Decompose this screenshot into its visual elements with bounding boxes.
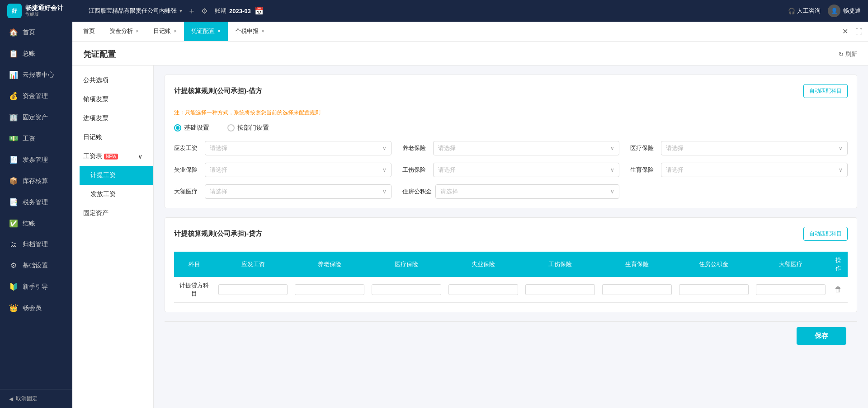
company-selector[interactable]: 江西服宝精品有限责任公司内账张 ▾ — [89, 7, 182, 15]
refresh-button[interactable]: ↻ 刷新 — [839, 50, 857, 58]
sidebar-item-ledger[interactable]: 📋 总账 — [0, 43, 72, 64]
select-maternity[interactable]: 请选择 ∨ — [661, 163, 848, 177]
period-value: 2023-03 — [229, 8, 251, 14]
tab-home-label: 首页 — [83, 27, 95, 35]
input-pension[interactable] — [295, 284, 364, 295]
input-housing[interactable] — [679, 284, 749, 295]
sidebar-item-home[interactable]: 🏠 首页 — [0, 22, 72, 43]
form-item-maternity: 生育保险 请选择 ∨ — [630, 163, 848, 177]
credit-auto-match-button[interactable]: 自动匹配科目 — [803, 227, 848, 241]
input-large-medical[interactable] — [756, 284, 826, 295]
nav-salary-table[interactable]: 工资表NEW ∨ — [72, 147, 153, 166]
input-medical[interactable] — [372, 284, 441, 295]
form-item-unemployment: 失业保险 请选择 ∨ — [174, 163, 392, 177]
sidebar-item-archive[interactable]: 🗂 归档管理 — [0, 234, 72, 255]
fixed-icon: 🏢 — [9, 113, 18, 122]
input-injury[interactable] — [525, 284, 595, 295]
close-tab-icon[interactable]: ✕ — [840, 25, 850, 38]
select-injury[interactable]: 请选择 ∨ — [433, 163, 620, 177]
nav-fixed-assets[interactable]: 固定资产 — [72, 204, 153, 223]
sidebar-item-salary[interactable]: 💵 工资 — [0, 128, 72, 149]
input-gross[interactable] — [218, 284, 288, 295]
credit-table-body: 计提贷方科目 🗑 — [174, 277, 848, 303]
select-medical-placeholder: 请选择 — [666, 144, 684, 152]
logo-area: 好 畅捷通好会计 旗舰版 — [7, 4, 80, 18]
sidebar-label-inventory: 库存核算 — [23, 177, 48, 185]
sidebar-item-inventory[interactable]: 📦 库存核算 — [0, 170, 72, 192]
avatar: 👤 — [828, 5, 840, 17]
sidebar-label-member: 畅会员 — [23, 304, 42, 312]
tab-voucher-close[interactable]: × — [217, 28, 221, 34]
nav-journal[interactable]: 日记账 — [72, 128, 153, 147]
main-layout: 🏠 首页 📋 总账 📊 云报表中心 💰 资金管理 🏢 固定资产 💵 工资 🧾 发… — [0, 22, 868, 408]
credit-section-title: 计提核算规则(公司承担)-贷方 — [174, 230, 262, 238]
tab-tax[interactable]: 个税申报 × — [228, 22, 272, 41]
th-action: 操作 — [829, 252, 848, 277]
tab-journal-close[interactable]: × — [174, 28, 177, 34]
select-gross-salary[interactable]: 请选择 ∨ — [205, 141, 392, 155]
sidebar-item-member[interactable]: 👑 畅会员 — [0, 297, 72, 319]
member-icon: 👑 — [9, 304, 18, 312]
tab-capital[interactable]: 资金分析 × — [102, 22, 146, 41]
nav-sales[interactable]: 销项发票 — [72, 90, 153, 109]
credit-table-head: 科目 应发工资 养老保险 医疗保险 失业保险 工伤保险 生育保险 住房公积金 大… — [174, 252, 848, 277]
th-gross: 应发工资 — [215, 252, 292, 277]
tab-journal[interactable]: 日记账 × — [146, 22, 184, 41]
tab-voucher[interactable]: 凭证配置 × — [184, 22, 228, 41]
sidebar-item-settings[interactable]: ⚙ 基础设置 — [0, 255, 72, 276]
select-unemployment[interactable]: 请选择 ∨ — [205, 163, 392, 177]
add-account-icon[interactable]: ＋ — [188, 5, 196, 16]
sidebar-item-capital[interactable]: 💰 资金管理 — [0, 85, 72, 107]
table-row: 计提贷方科目 🗑 — [174, 277, 848, 303]
select-gross-salary-placeholder: 请选择 — [210, 144, 227, 152]
user-area[interactable]: 👤 畅捷通 — [828, 5, 861, 17]
service-button[interactable]: 🎧 人工咨询 — [788, 7, 821, 15]
cancel-fixed-label: 取消固定 — [16, 395, 38, 403]
nav-pay-salary[interactable]: 发放工资 — [80, 185, 153, 204]
nav-advance-salary[interactable]: 计提工资 — [80, 166, 153, 185]
sidebar-item-fixed[interactable]: 🏢 固定资产 — [0, 107, 72, 128]
tab-tax-close[interactable]: × — [261, 28, 264, 34]
cancel-fixed-button[interactable]: ◀ 取消固定 — [0, 389, 72, 408]
tab-capital-close[interactable]: × — [136, 28, 139, 34]
select-pension[interactable]: 请选择 ∨ — [433, 141, 620, 155]
credit-section-header: 计提核算规则(公司承担)-贷方 自动匹配科目 — [174, 227, 848, 246]
tab-controls: ✕ ⛶ — [840, 25, 864, 38]
select-housing-fund[interactable]: 请选择 ∨ — [435, 184, 620, 199]
tab-home[interactable]: 首页 — [76, 22, 102, 41]
select-large-medical[interactable]: 请选择 ∨ — [205, 184, 392, 199]
th-medical: 医疗保险 — [368, 252, 445, 277]
debit-section: 计提核算规则(公司承担)-借方 自动匹配科目 注：只能选择一种方式，系统将按照您… — [165, 75, 857, 208]
nav-purchase[interactable]: 进项发票 — [72, 109, 153, 128]
sidebar-label-capital: 资金管理 — [23, 92, 48, 100]
tab-journal-label: 日记账 — [153, 27, 171, 35]
sidebar-item-checkout[interactable]: ✅ 结账 — [0, 213, 72, 234]
radio-dept[interactable]: 按部门设置 — [227, 124, 269, 132]
select-large-medical-arrow: ∨ — [382, 188, 387, 195]
input-maternity[interactable] — [602, 284, 672, 295]
debit-auto-match-button[interactable]: 自动匹配科目 — [803, 84, 848, 98]
select-injury-arrow: ∨ — [610, 167, 614, 173]
radio-basic[interactable]: 基础设置 — [174, 124, 209, 132]
save-button[interactable]: 保存 — [797, 327, 846, 345]
expand-tab-icon[interactable]: ⛶ — [854, 26, 864, 38]
calendar-icon[interactable]: 📅 — [255, 7, 264, 15]
sidebar-label-guide: 新手引导 — [23, 283, 48, 291]
sidebar-item-reports[interactable]: 📊 云报表中心 — [0, 64, 72, 85]
select-pension-placeholder: 请选择 — [438, 144, 456, 152]
sidebar-item-tax[interactable]: 📑 税务管理 — [0, 192, 72, 213]
sidebar-item-guide[interactable]: 🔰 新手引导 — [0, 276, 72, 297]
sidebar-item-invoice[interactable]: 🧾 发票管理 — [0, 149, 72, 170]
company-dropdown-icon: ▾ — [179, 8, 182, 14]
refresh-label: 刷新 — [845, 50, 857, 58]
label-large-medical: 大额医疗 — [174, 188, 201, 196]
tab-capital-label: 资金分析 — [109, 27, 133, 35]
archive-icon: 🗂 — [9, 240, 18, 249]
nav-public[interactable]: 公共选项 — [72, 71, 153, 90]
td-action: 🗑 — [829, 277, 848, 303]
input-unemployment[interactable] — [448, 284, 518, 295]
right-content: 计提核算规则(公司承担)-借方 自动匹配科目 注：只能选择一种方式，系统将按照您… — [154, 66, 868, 408]
select-medical[interactable]: 请选择 ∨ — [661, 141, 848, 155]
delete-row-button[interactable]: 🗑 — [835, 286, 842, 293]
settings-gear-icon[interactable]: ⚙ — [201, 7, 208, 15]
